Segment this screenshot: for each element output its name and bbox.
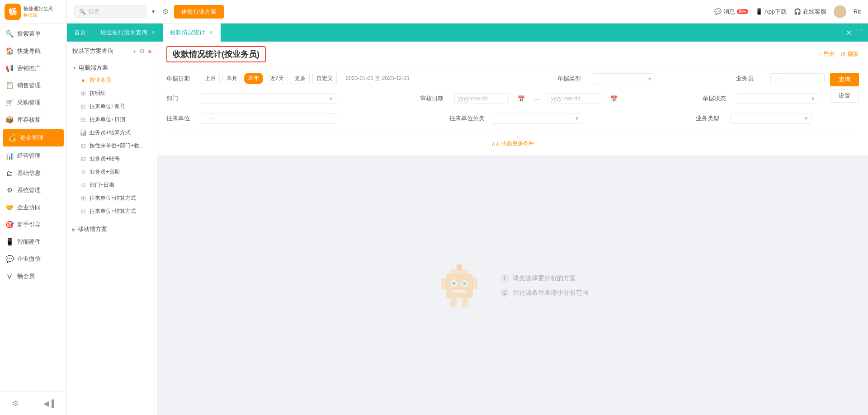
tab-cash-flow[interactable]: 现金银行流水查询 ✕ [93, 24, 163, 42]
svg-point-6 [463, 282, 467, 285]
date-btn-更多[interactable]: 更多 [291, 73, 310, 84]
date-btn-本年[interactable]: 本年 [244, 73, 263, 84]
scheme-item-icon: ⊟ [80, 103, 87, 110]
doc-status-select[interactable]: ▾ [737, 93, 818, 104]
review-date-end[interactable]: yyyy-mm-dd [547, 93, 601, 104]
staff-select[interactable]: ··· [770, 73, 825, 84]
sidebar-item-智能硬件[interactable]: 📱智能硬件 [0, 233, 66, 250]
window-maximize-icon[interactable]: ⛶ [855, 28, 863, 37]
settings-button[interactable]: 设置 [830, 89, 859, 103]
date-btn-近7天[interactable]: 近7天 [266, 73, 288, 84]
sidebar-nav-icon: 💰 [8, 134, 16, 142]
calendar-icon-end[interactable]: 📅 [609, 95, 619, 102]
collapse-panel-icon[interactable]: « [148, 47, 151, 55]
scheme-item[interactable]: ⊞往来单位+结算方式 [67, 192, 157, 205]
sidebar-collapse-icon[interactable]: ◀▐ [40, 396, 57, 411]
calendar-icon-start[interactable]: 📅 [516, 95, 527, 102]
scheme-group-title[interactable]: ▶移动端方案 [67, 223, 157, 235]
scheme-item[interactable]: ⊟往来单位+账号 [67, 100, 157, 113]
sidebar-item-采购管理[interactable]: 🛒采购管理 [0, 94, 66, 111]
dept-select[interactable]: ▾ [201, 93, 336, 104]
scheme-item-icon: ● [80, 77, 87, 84]
partner-select[interactable]: ··· [201, 113, 336, 124]
sidebar-nav-label: 基础信息 [17, 169, 41, 177]
scheme-groups: ▼电脑端方案●按业务员⊞按明细⊟往来单位+账号⊟往来单位+日期📊业务员+结算方式… [67, 59, 157, 238]
sidebar-nav-label: 快捷导航 [17, 47, 41, 55]
filter-row-3: 往来单位 ··· 往来单位分类 ▾ [166, 113, 825, 124]
sidebar-item-企业微信[interactable]: 💬企业微信 [0, 250, 66, 268]
tab-home[interactable]: 首页 [67, 24, 93, 42]
settings-scheme-icon[interactable]: ⚙ [139, 47, 145, 55]
collapse-area: ∧∧ 收起更多条件 [166, 133, 859, 150]
sidebar-item-企业协同[interactable]: 🤝企业协同 [0, 199, 66, 216]
svg-rect-11 [462, 298, 468, 307]
sidebar-nav-label: 企业协同 [17, 203, 41, 212]
sidebar-nav-icon: 💬 [5, 255, 14, 263]
tab-close-cash-flow[interactable]: ✕ [151, 29, 156, 36]
messages-item[interactable]: 💬 消息 99+ [714, 8, 748, 16]
collapse-button[interactable]: ∧∧ 收起更多条件 [491, 140, 534, 147]
date-label: 单据日期 [166, 75, 193, 83]
svg-rect-7 [453, 290, 466, 292]
sidebar-item-快捷导航[interactable]: 🏠快捷导航 [0, 42, 66, 60]
tip-num-1: 1 [500, 274, 509, 283]
date-btn-上月[interactable]: 上月 [201, 73, 220, 84]
date-btn-本月[interactable]: 本月 [222, 73, 241, 84]
sidebar-nav-icon: V [5, 272, 14, 280]
tab-collection-stats[interactable]: 收款情况统计 ✕ [163, 24, 221, 42]
scheme-item[interactable]: ⊙业务员+日期 [67, 165, 157, 179]
date-btn-自定义[interactable]: 自定义 [312, 73, 337, 84]
scheme-item[interactable]: ⊟往来单位+日期 [67, 113, 157, 126]
sidebar-nav-label: 畅会员 [17, 272, 35, 280]
scheme-item[interactable]: ⊞按明细 [67, 87, 157, 100]
sidebar-item-畅会员[interactable]: V畅会员 [0, 268, 66, 285]
download-icon: 📱 [755, 8, 763, 15]
sidebar-item-基础信息[interactable]: 🗂基础信息 [0, 165, 66, 182]
scheme-item[interactable]: ●按业务员 [67, 74, 157, 87]
sidebar-item-经营管理[interactable]: 📊经营管理 [0, 147, 66, 165]
app-download-item[interactable]: 📱 App下载 [755, 8, 787, 16]
scheme-group-title[interactable]: ▼电脑端方案 [67, 62, 157, 74]
scheme-item[interactable]: ⊟按往来单位+部门+收... [67, 139, 157, 152]
sidebar-item-营销推广[interactable]: 📢营销推广 [0, 60, 66, 77]
svg-rect-2 [457, 264, 462, 270]
trial-button[interactable]: 体验行业方案 [174, 5, 224, 19]
doc-type-select[interactable]: ▾ [592, 73, 655, 84]
online-service-item[interactable]: 🎧 在线客服 [794, 8, 826, 16]
window-close-icon[interactable]: ✕ [846, 28, 852, 37]
sidebar-item-资金管理[interactable]: 💰资金管理 [3, 129, 64, 146]
biz-type-label: 业务类型 [696, 114, 723, 123]
biz-type-select[interactable]: ▾ [730, 113, 811, 124]
tab-close-collection[interactable]: ✕ [209, 29, 213, 36]
partner-category-select[interactable]: ▾ [492, 113, 582, 124]
topbar-dropdown[interactable]: ▾ [152, 8, 155, 15]
topbar-search-box[interactable]: 🔍 搜索 [74, 5, 146, 18]
partner-more-icon[interactable]: ··· [207, 115, 215, 122]
sidebar-item-新手引导[interactable]: 🎯新手引导 [0, 216, 66, 233]
topbar: 🔍 搜索 ▾ ⚙ 体验行业方案 💬 消息 99+ 📱 App下载 🎧 在线客服 … [67, 0, 868, 24]
scheme-item-icon: ⊞ [80, 90, 87, 97]
review-date-start[interactable]: yyyy-mm-dd [454, 93, 509, 104]
scheme-item-label: 往来单位+结算方式 [90, 208, 136, 215]
sidebar-nav-icon: 🛒 [5, 99, 14, 107]
scheme-item[interactable]: ⊟往来单位+结算方式 [67, 205, 157, 218]
sidebar-settings-icon[interactable]: ⚙ [9, 396, 22, 411]
sidebar-item-销售管理[interactable]: 📋销售管理 [0, 77, 66, 94]
empty-illustration [437, 260, 482, 311]
sidebar-item-搜索菜单[interactable]: 🔍搜索菜单 [0, 25, 66, 42]
scheme-item[interactable]: ⊟业务员+账号 [67, 152, 157, 165]
refresh-button[interactable]: ↺ 刷新 [840, 50, 859, 58]
sidebar-item-系统管理[interactable]: ⚙系统管理 [0, 182, 66, 199]
scheme-item[interactable]: 📊业务员+结算方式 [67, 126, 157, 139]
scheme-item[interactable]: ⊙部门+日期 [67, 179, 157, 192]
staff-more-icon[interactable]: ··· [776, 75, 784, 82]
scheme-item-icon: ⊙ [80, 169, 87, 176]
scheme-item-icon: ⊟ [80, 142, 87, 150]
topbar-gear-icon[interactable]: ⚙ [162, 7, 169, 16]
collapse-arrow-icon: ∧∧ [491, 141, 500, 147]
export-button[interactable]: ↑ 导出 [819, 50, 835, 58]
sidebar-item-库存核算[interactable]: 📦库存核算 [0, 111, 66, 128]
user-avatar[interactable] [834, 5, 846, 18]
add-scheme-icon[interactable]: + [132, 47, 137, 55]
query-button[interactable]: 查询 [830, 73, 859, 86]
